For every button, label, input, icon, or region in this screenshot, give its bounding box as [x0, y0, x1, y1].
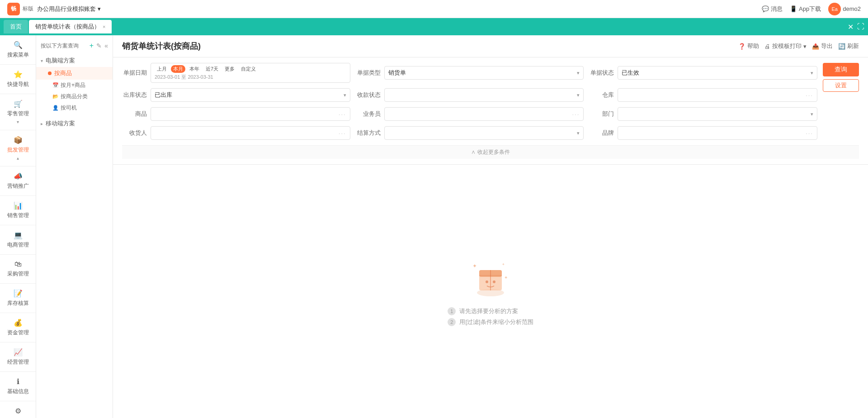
filter-rows: 单据日期 上月 本月 本年 近7天 更多 自定义: [122, 63, 817, 145]
print-icon: 🖨: [764, 43, 770, 50]
category-icon: 📂: [52, 94, 59, 100]
page-actions: ❓ 帮助 🖨 按模板打印 ▾ 📤 导出 🔄: [738, 42, 859, 50]
scheme-item-by-product-label: 按商品: [54, 69, 72, 77]
department-arrow: ▾: [811, 111, 813, 117]
close-window-icon[interactable]: ✕: [848, 23, 854, 31]
payment-status-arrow: ▾: [577, 92, 580, 98]
print-template-label: 按模板打印: [772, 42, 802, 50]
scheme-group-pc-header[interactable]: ▾ 电脑端方案: [36, 54, 113, 67]
message-label: 消息: [771, 5, 783, 13]
scheme-sub-label-3: 按司机: [61, 104, 77, 112]
help-label: 帮助: [747, 42, 759, 50]
filter-item-department: 部门 ▾: [589, 107, 817, 121]
warehouse-control[interactable]: ···: [618, 88, 817, 102]
payment-status-control[interactable]: ▾: [384, 88, 584, 102]
maximize-icon[interactable]: ⛶: [857, 23, 864, 31]
tip-2-text: 用[过滤]条件来缩小分析范围: [459, 318, 533, 326]
tab-home[interactable]: 首页: [4, 20, 28, 33]
receiver-control[interactable]: ···: [151, 126, 350, 140]
scheme-group-mobile-header[interactable]: ▸ 移动端方案: [36, 117, 113, 130]
query-button[interactable]: 查询: [823, 63, 859, 76]
date-btn-last-month[interactable]: 上月: [155, 65, 169, 73]
date-btn-this-month[interactable]: 本月: [171, 65, 185, 73]
scheme-item-by-month-product[interactable]: 📅 按月+商品: [36, 80, 113, 91]
sidebar-item-search[interactable]: 🔍 搜索菜单: [0, 35, 36, 65]
ecommerce-icon: 💻: [14, 231, 23, 239]
user-info[interactable]: Ea demo2: [828, 3, 861, 15]
sidebar-item-ecommerce[interactable]: 💻 电商管理: [0, 225, 36, 255]
tab-active[interactable]: 销货单统计表（按商品） ×: [29, 20, 112, 33]
product-control[interactable]: ···: [151, 107, 350, 121]
retail-arrow: ▾: [17, 119, 19, 124]
collapse-row[interactable]: ∧ 收起更多条件: [122, 145, 859, 159]
empty-state: ✦ ✦ ✦ 1 请先选择要分析的方案 2 用[过滤]条件来缩小分析范围: [113, 165, 868, 418]
sidebar-basic-label: 基础信息: [7, 388, 29, 395]
help-btn[interactable]: ❓ 帮助: [738, 42, 759, 50]
scheme-item-by-category[interactable]: 📂 按商品分类: [36, 91, 113, 102]
sidebar-item-inventory[interactable]: 📝 库存核算: [0, 284, 36, 313]
brand-control[interactable]: ···: [618, 126, 817, 140]
active-dot: [48, 71, 52, 75]
filter-item-settlement: 结算方式 ▾: [356, 126, 584, 140]
sidebar-item-marketing[interactable]: 📣 营销推广: [0, 166, 36, 196]
set-button[interactable]: 设置: [823, 79, 859, 92]
chevron-down-icon: ▾: [41, 58, 43, 63]
doc-status-control[interactable]: 已生效 ▾: [618, 66, 817, 80]
salesperson-dots: ···: [572, 111, 580, 118]
collapse-panel-icon[interactable]: «: [104, 42, 108, 49]
sidebar-item-basic[interactable]: ℹ 基础信息: [0, 372, 36, 401]
empty-tips: 1 请先选择要分析的方案 2 用[过滤]条件来缩小分析范围: [448, 307, 533, 326]
page-title: 销货单统计表(按商品): [122, 41, 201, 52]
filter-item-salesperson: 业务员 ···: [356, 107, 584, 121]
scheme-sub-label-2: 按商品分类: [61, 93, 88, 100]
tab-close-icon[interactable]: ×: [103, 24, 105, 29]
sales-icon: 📊: [14, 201, 23, 210]
date-btn-more[interactable]: 更多: [222, 65, 237, 73]
date-btn-this-year[interactable]: 本年: [187, 65, 202, 73]
product-label: 商品: [122, 110, 147, 118]
basic-icon: ℹ: [17, 377, 19, 386]
sidebar-item-nav[interactable]: ⭐ 快捷导航: [0, 65, 36, 94]
sidebar-item-operation[interactable]: 📈 经营管理: [0, 342, 36, 372]
sidebar-item-retail[interactable]: 🛒 零售管理 ▾: [0, 94, 36, 130]
sidebar-purchase-label: 采购管理: [7, 270, 29, 278]
edit-scheme-icon[interactable]: ✎: [96, 42, 102, 49]
print-template-btn[interactable]: 🖨 按模板打印 ▾: [764, 42, 807, 50]
search-icon: 🔍: [14, 41, 23, 49]
salesperson-control[interactable]: ···: [384, 107, 584, 121]
add-scheme-icon[interactable]: +: [90, 42, 94, 50]
export-btn[interactable]: 📤 导出: [812, 42, 833, 50]
message-btn[interactable]: 💬 消息: [762, 5, 783, 13]
date-btn-7days[interactable]: 近7天: [203, 65, 221, 73]
settlement-control[interactable]: ▾: [384, 126, 584, 140]
sidebar-item-finance[interactable]: 💰 资金管理: [0, 313, 36, 342]
sidebar-marketing-label: 营销推广: [7, 182, 29, 190]
scheme-item-by-product[interactable]: 按商品: [36, 67, 113, 80]
content-area: 按以下方案查询 + ✎ « ▾ 电脑端方案 按商品 📅: [36, 35, 868, 418]
date-label: 单据日期: [122, 69, 147, 77]
filter-item-product: 商品 ···: [122, 107, 350, 121]
department-control[interactable]: ▾: [618, 107, 817, 121]
filter-item-payment-status: 收款状态 ▾: [356, 88, 584, 102]
filter-area: 单据日期 上月 本月 本年 近7天 更多 自定义: [113, 57, 868, 165]
filter-item-doc-type: 单据类型 销货单 ▾: [356, 63, 584, 83]
sidebar-item-purchase[interactable]: 🛍 采购管理: [0, 255, 36, 284]
date-filter[interactable]: 上月 本月 本年 近7天 更多 自定义 2023-03-01 至 2023-03…: [151, 63, 350, 83]
sidebar-item-sales[interactable]: 📊 销售管理: [0, 196, 36, 225]
svg-text:✦: ✦: [502, 262, 505, 266]
refresh-btn[interactable]: 🔄 刷新: [838, 42, 859, 50]
app-selector[interactable]: 办公用品行业模拟账套 ▾: [37, 5, 101, 13]
date-range: 2023-03-01 至 2023-03-31: [155, 74, 346, 81]
sidebar-wholesale-label: 批发管理: [7, 146, 29, 154]
out-status-control[interactable]: 已出库 ▾: [151, 88, 350, 102]
logo-text: 标版: [23, 5, 33, 13]
date-btn-custom[interactable]: 自定义: [239, 65, 258, 73]
app-download-btn[interactable]: 📱 App下载: [790, 5, 821, 13]
chevron-right-icon: ▸: [41, 121, 43, 126]
sidebar-item-wholesale[interactable]: 📦 批发管理 ▴: [0, 130, 36, 166]
scheme-item-by-driver[interactable]: 👤 按司机: [36, 102, 113, 114]
doc-type-control[interactable]: 销货单 ▾: [384, 66, 584, 80]
purchase-icon: 🛍: [14, 260, 22, 268]
download-icon: 📱: [790, 5, 797, 12]
sidebar-item-system[interactable]: ⚙ 系统管理: [0, 401, 36, 418]
